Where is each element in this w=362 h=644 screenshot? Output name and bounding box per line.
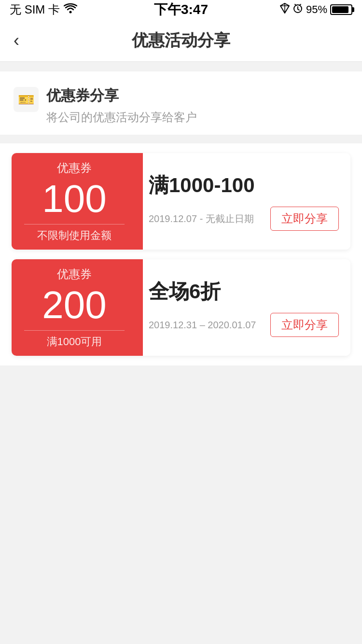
coupon-left-1: 优惠券 100 不限制使用金额 <box>12 153 137 250</box>
coupon-bottom-2: 2019.12.31 – 2020.01.07 立即分享 <box>149 313 339 337</box>
back-button[interactable]: ‹ <box>14 30 19 51</box>
coupon-title-1: 满1000-100 <box>149 172 339 199</box>
coupon-date-2: 2019.12.31 – 2020.01.07 <box>149 320 256 331</box>
coupon-divider-2 <box>24 330 125 331</box>
coupon-right-1: 满1000-100 2019.12.07 - 无截止日期 立即分享 <box>137 153 350 250</box>
coupon-label-2: 优惠券 <box>57 266 92 282</box>
status-bar: 无 SIM 卡 下午3:47 <box>0 0 362 19</box>
coupon-date-1: 2019.12.07 - 无截止日期 <box>149 212 254 225</box>
coupon-item-2: 优惠券 200 满1000可用 全场6折 2019.12.31 – 2020.0… <box>12 259 350 356</box>
coupon-bottom-1: 2019.12.07 - 无截止日期 立即分享 <box>149 207 339 231</box>
coupon-divider-1 <box>24 224 125 224</box>
coupon-right-2: 全场6折 2019.12.31 – 2020.01.07 立即分享 <box>137 259 350 356</box>
section-header: 🎫 优惠券分享 将公司的优惠活动分享给客户 <box>0 71 362 135</box>
status-right: 95% <box>280 3 352 16</box>
location-icon <box>280 3 290 16</box>
svg-line-4 <box>295 4 296 5</box>
svg-point-0 <box>70 11 72 14</box>
alarm-icon <box>292 3 303 16</box>
share-button-1[interactable]: 立即分享 <box>270 207 339 231</box>
coupon-title-2: 全场6折 <box>149 278 339 305</box>
status-time: 下午3:47 <box>154 0 208 19</box>
svg-line-3 <box>298 9 299 10</box>
gap-mid <box>0 136 362 143</box>
svg-line-5 <box>299 4 301 5</box>
coupon-list: 优惠券 100 不限制使用金额 满1000-100 2019.12.07 - 无… <box>0 143 362 365</box>
nav-bar: ‹ 优惠活动分享 <box>0 19 362 62</box>
coupon-left-2: 优惠券 200 满1000可用 <box>12 259 137 356</box>
coupon-amount-1: 100 <box>42 180 106 218</box>
battery-icon <box>330 4 352 15</box>
coupon-condition-2: 满1000可用 <box>42 335 107 349</box>
coupon-item-1: 优惠券 100 不限制使用金额 满1000-100 2019.12.07 - 无… <box>12 153 350 250</box>
wifi-icon <box>64 3 77 16</box>
battery-percent: 95% <box>306 3 327 16</box>
carrier-text: 无 SIM 卡 <box>10 2 60 17</box>
page-title: 优惠活动分享 <box>132 29 230 52</box>
coupon-condition-1: 不限制使用金额 <box>32 228 116 243</box>
section-icon: 🎫 <box>14 87 39 112</box>
section-subtitle: 将公司的优惠活动分享给客户 <box>46 110 197 125</box>
coupon-amount-2: 200 <box>42 286 106 324</box>
section-text: 优惠券分享 将公司的优惠活动分享给客户 <box>46 86 197 125</box>
empty-area <box>0 365 362 644</box>
share-button-2[interactable]: 立即分享 <box>270 313 339 337</box>
coupon-label-1: 优惠券 <box>57 160 92 176</box>
status-left: 无 SIM 卡 <box>10 2 77 17</box>
section-title: 优惠券分享 <box>46 86 197 106</box>
gap-top <box>0 62 362 71</box>
